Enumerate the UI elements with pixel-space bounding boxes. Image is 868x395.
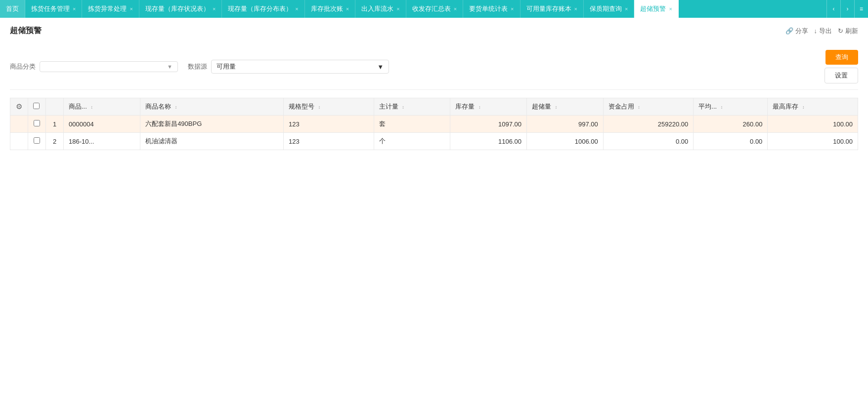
- cell-checkbox[interactable]: [28, 116, 46, 133]
- cell-product-name: 六配套新昌490BPG: [140, 116, 284, 133]
- col-header-checkbox[interactable]: [28, 98, 46, 116]
- col-header-capital[interactable]: 资金占用 ↕: [603, 98, 694, 116]
- cell-product-code: 186-10...: [64, 133, 140, 150]
- cell-avg: 0.00: [694, 133, 768, 150]
- nav-close-available-ledger[interactable]: ×: [574, 6, 577, 12]
- sort-icon-product-name: ↕: [175, 105, 177, 110]
- data-table: ⚙ 商品... ↕ 商品名称 ↕ 规格型号 ↕: [10, 98, 858, 150]
- cell-spec: 123: [284, 133, 374, 150]
- nav-close-inventory-batch[interactable]: ×: [346, 6, 349, 12]
- cell-gear: [10, 133, 28, 150]
- nav-item-inventory-status[interactable]: 现存量（库存状况表）×: [139, 0, 222, 18]
- refresh-icon: ↻: [838, 27, 843, 35]
- cell-overstock: 1006.00: [527, 133, 604, 150]
- filter-area: 商品分类 ▼ 数据源 可用量 ▼ 查询 设置: [10, 44, 858, 90]
- nav-close-collect-summary[interactable]: ×: [454, 6, 457, 12]
- cell-checkbox[interactable]: [28, 133, 46, 150]
- cell-rownum: 2: [46, 133, 64, 150]
- cell-gear: [10, 116, 28, 133]
- nav-item-available-ledger[interactable]: 可用量库存账本×: [521, 0, 584, 18]
- page-content: 超储预警 🔗 分享 ↓ 导出 ↻ 刷新 商品分类 ▼ 数据源: [0, 18, 868, 395]
- cell-inventory: 1097.00: [450, 116, 527, 133]
- col-header-product-code[interactable]: 商品... ↕: [64, 98, 140, 116]
- refresh-button[interactable]: ↻ 刷新: [838, 27, 858, 36]
- col-header-avg[interactable]: 平均... ↕: [694, 98, 768, 116]
- nav-bar: 首页拣货任务管理×拣货异常处理×现存量（库存状况表）×现存量（库存分布表）×库存…: [0, 0, 868, 18]
- nav-close-inventory-dist[interactable]: ×: [295, 6, 298, 12]
- sort-icon-capital: ↕: [638, 105, 640, 110]
- category-filter: 商品分类 ▼: [10, 61, 178, 72]
- col-header-rownum: [46, 98, 64, 116]
- cell-unit: 套: [374, 116, 450, 133]
- cell-capital: 259220.00: [603, 116, 694, 133]
- col-header-spec[interactable]: 规格型号 ↕: [284, 98, 374, 116]
- share-button[interactable]: 🔗 分享: [785, 27, 808, 36]
- cell-spec: 123: [284, 116, 374, 133]
- select-all-checkbox[interactable]: [33, 103, 40, 109]
- nav-right-arrow[interactable]: ›: [840, 0, 854, 18]
- nav-close-quality-check[interactable]: ×: [625, 6, 628, 12]
- nav-item-in-out-flow[interactable]: 出入库流水×: [355, 0, 406, 18]
- page-title: 超储预警: [10, 26, 42, 36]
- col-header-max-stock[interactable]: 最高库存 ↕: [768, 98, 858, 116]
- nav-item-abnormal[interactable]: 拣货异常处理×: [82, 0, 139, 18]
- cell-product-name: 机油滤清器: [140, 133, 284, 150]
- datasource-select[interactable]: 可用量 ▼: [211, 60, 389, 74]
- row-checkbox-1[interactable]: [34, 137, 40, 144]
- nav-close-overstock-alert[interactable]: ×: [669, 6, 672, 12]
- nav-menu-arrow[interactable]: ≡: [854, 0, 868, 18]
- nav-item-collect-summary[interactable]: 收发存汇总表×: [406, 0, 463, 18]
- col-header-inventory[interactable]: 库存量 ↕: [450, 98, 527, 116]
- nav-item-quality-check[interactable]: 保质期查询×: [584, 0, 634, 18]
- table-row: 10000004六配套新昌490BPG123套1097.00997.002592…: [10, 116, 858, 133]
- share-icon: 🔗: [785, 27, 793, 35]
- col-header-capital-label: 资金占用: [608, 103, 634, 110]
- page-actions: 🔗 分享 ↓ 导出 ↻ 刷新: [785, 27, 859, 36]
- nav-item-home[interactable]: 首页: [0, 0, 25, 18]
- col-header-overstock[interactable]: 超储量 ↕: [527, 98, 604, 116]
- sort-icon-spec: ↕: [318, 105, 321, 110]
- export-button[interactable]: ↓ 导出: [814, 27, 832, 36]
- nav-close-abnormal[interactable]: ×: [130, 6, 132, 12]
- sort-icon-product-code: ↕: [90, 105, 93, 110]
- nav-item-overstock-alert[interactable]: 超储预警×: [634, 0, 678, 18]
- col-header-avg-label: 平均...: [698, 103, 717, 110]
- sort-icon-unit: ↕: [402, 105, 404, 110]
- share-label: 分享: [795, 27, 808, 36]
- query-button[interactable]: 查询: [825, 50, 858, 65]
- table-row: 2186-10...机油滤清器123个1106.001006.000.000.0…: [10, 133, 858, 150]
- settings-button[interactable]: 设置: [825, 68, 858, 83]
- row-checkbox-0[interactable]: [34, 120, 40, 126]
- datasource-arrow-icon: ▼: [377, 63, 384, 71]
- col-header-unit-label: 主计量: [379, 103, 398, 110]
- cell-avg: 260.00: [694, 116, 768, 133]
- nav-close-inventory-status[interactable]: ×: [213, 6, 216, 12]
- col-header-max-stock-label: 最高库存: [773, 103, 798, 110]
- sort-icon-inventory: ↕: [478, 105, 481, 110]
- cell-overstock: 997.00: [527, 116, 604, 133]
- cell-rownum: 1: [46, 116, 64, 133]
- gear-icon[interactable]: ⚙: [16, 102, 22, 111]
- col-header-product-name[interactable]: 商品名称 ↕: [140, 98, 284, 116]
- category-label: 商品分类: [10, 62, 36, 71]
- nav-close-in-out-flow[interactable]: ×: [396, 6, 399, 12]
- nav-item-inventory-batch[interactable]: 库存批次账×: [305, 0, 355, 18]
- datasource-value: 可用量: [217, 62, 236, 71]
- cell-max-stock: 100.00: [768, 133, 858, 150]
- cell-capital: 0.00: [603, 133, 694, 150]
- nav-item-order-stats[interactable]: 要货单统计表×: [463, 0, 520, 18]
- category-arrow-icon: ▼: [167, 64, 173, 70]
- sort-icon-overstock: ↕: [555, 105, 558, 110]
- col-header-spec-label: 规格型号: [289, 103, 314, 110]
- refresh-label: 刷新: [845, 27, 858, 36]
- col-gear[interactable]: ⚙: [10, 98, 28, 116]
- category-select[interactable]: ▼: [40, 61, 178, 72]
- nav-item-inventory-dist[interactable]: 现存量（库存分布表）×: [222, 0, 304, 18]
- nav-item-task-mgmt[interactable]: 拣货任务管理×: [25, 0, 82, 18]
- col-header-product-code-label: 商品...: [69, 103, 87, 110]
- nav-close-order-stats[interactable]: ×: [511, 6, 514, 12]
- col-header-unit[interactable]: 主计量 ↕: [374, 98, 450, 116]
- nav-left-arrow[interactable]: ‹: [826, 0, 840, 18]
- export-icon: ↓: [814, 27, 818, 35]
- nav-close-task-mgmt[interactable]: ×: [73, 6, 76, 12]
